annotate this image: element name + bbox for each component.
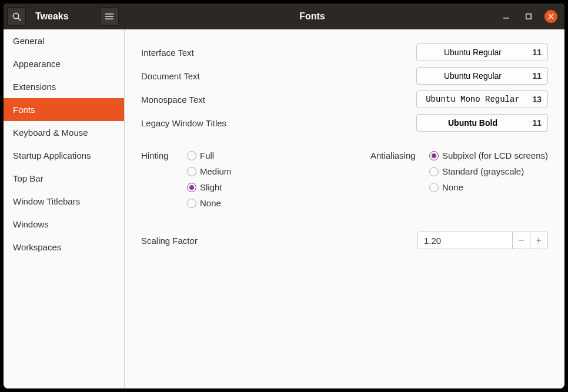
hamburger-menu-button[interactable] bbox=[100, 7, 119, 26]
sidebar-item-label: Workspaces bbox=[13, 242, 61, 252]
sidebar-item-startup-applications[interactable]: Startup Applications bbox=[4, 144, 124, 167]
scaling-label: Scaling Factor bbox=[141, 236, 417, 246]
antialiasing-option-standard-grayscale[interactable]: Standard (grayscale) bbox=[429, 166, 548, 176]
font-name: Ubuntu Mono Regular bbox=[423, 95, 523, 104]
radio-section: Hinting FullMediumSlightNone Antialiasin… bbox=[141, 150, 548, 208]
svg-point-0 bbox=[13, 13, 18, 18]
sidebar-item-label: General bbox=[13, 36, 44, 46]
radio-label: Full bbox=[200, 150, 214, 160]
radio-label: Standard (grayscale) bbox=[442, 166, 524, 176]
search-icon bbox=[12, 12, 21, 21]
maximize-button[interactable] bbox=[522, 10, 535, 23]
sidebar-item-general[interactable]: General bbox=[4, 29, 124, 52]
svg-rect-2 bbox=[105, 14, 113, 15]
font-row-document: Document Text Ubuntu Regular 11 bbox=[141, 67, 548, 85]
svg-rect-5 bbox=[503, 18, 509, 19]
tweaks-window: Tweaks Fonts GeneralAppearanceExtensions… bbox=[4, 4, 564, 388]
radio-dot-icon bbox=[432, 153, 436, 158]
sidebar-item-keyboard-mouse[interactable]: Keyboard & Mouse bbox=[4, 121, 124, 144]
radio-label: Slight bbox=[200, 182, 222, 192]
sidebar-item-label: Appearance bbox=[13, 59, 61, 69]
font-name: Ubuntu Regular bbox=[423, 71, 523, 81]
maximize-icon bbox=[526, 14, 532, 19]
radio-circle-icon bbox=[187, 199, 196, 208]
titlebar-left: Tweaks bbox=[4, 7, 125, 26]
font-row-monospace: Monospace Text Ubuntu Mono Regular 13 bbox=[141, 91, 548, 108]
font-label-document: Document Text bbox=[141, 71, 416, 81]
font-row-interface: Interface Text Ubuntu Regular 11 bbox=[141, 43, 548, 61]
close-icon bbox=[548, 14, 554, 19]
scaling-increase-button[interactable]: + bbox=[530, 232, 547, 249]
svg-rect-6 bbox=[526, 14, 532, 19]
svg-rect-3 bbox=[105, 16, 113, 17]
font-name: Ubuntu Bold bbox=[423, 118, 523, 128]
sidebar-item-extensions[interactable]: Extensions bbox=[4, 75, 124, 98]
hinting-option-full[interactable]: Full bbox=[187, 150, 231, 160]
font-button-monospace[interactable]: Ubuntu Mono Regular 13 bbox=[416, 91, 548, 108]
minimize-button[interactable] bbox=[500, 10, 513, 23]
antialiasing-option-subpixel-for-lcd-screens[interactable]: Subpixel (for LCD screens) bbox=[429, 150, 548, 160]
hinting-group: Hinting FullMediumSlightNone bbox=[141, 150, 231, 208]
svg-rect-4 bbox=[105, 18, 113, 19]
sidebar-item-top-bar[interactable]: Top Bar bbox=[4, 167, 124, 190]
font-label-monospace: Monospace Text bbox=[141, 95, 416, 105]
font-label-interface: Interface Text bbox=[141, 48, 416, 58]
hinting-options: FullMediumSlightNone bbox=[187, 150, 231, 208]
hinting-option-medium[interactable]: Medium bbox=[187, 166, 231, 176]
sidebar-item-label: Startup Applications bbox=[13, 150, 91, 160]
radio-circle-icon bbox=[187, 167, 196, 176]
scaling-input[interactable] bbox=[418, 232, 512, 249]
radio-circle-icon bbox=[187, 151, 196, 160]
hinting-option-none[interactable]: None bbox=[187, 198, 231, 208]
radio-label: None bbox=[442, 182, 463, 192]
hamburger-icon bbox=[105, 12, 113, 21]
sidebar-item-label: Window Titlebars bbox=[13, 196, 80, 206]
search-button[interactable] bbox=[7, 7, 26, 26]
close-button[interactable] bbox=[544, 10, 557, 23]
antialiasing-option-none[interactable]: None bbox=[429, 182, 548, 192]
sidebar-item-windows[interactable]: Windows bbox=[4, 213, 124, 236]
font-size: 11 bbox=[530, 118, 542, 128]
titlebar: Tweaks Fonts bbox=[4, 4, 564, 29]
sidebar: GeneralAppearanceExtensionsFontsKeyboard… bbox=[4, 29, 125, 388]
sidebar-item-window-titlebars[interactable]: Window Titlebars bbox=[4, 190, 124, 213]
font-button-interface[interactable]: Ubuntu Regular 11 bbox=[416, 43, 548, 61]
font-button-legacy[interactable]: Ubuntu Bold 11 bbox=[416, 114, 548, 132]
radio-circle-icon bbox=[429, 167, 439, 176]
radio-dot-icon bbox=[189, 185, 194, 190]
sidebar-item-label: Fonts bbox=[13, 105, 35, 115]
font-size: 13 bbox=[530, 95, 542, 104]
radio-label: Subpixel (for LCD screens) bbox=[442, 150, 548, 160]
font-row-legacy: Legacy Window Titles Ubuntu Bold 11 bbox=[141, 114, 548, 132]
sidebar-item-label: Keyboard & Mouse bbox=[13, 128, 88, 138]
antialiasing-group: Antialiasing Subpixel (for LCD screens)S… bbox=[370, 150, 548, 208]
font-size: 11 bbox=[530, 48, 542, 57]
radio-circle-icon bbox=[429, 151, 439, 160]
font-size: 11 bbox=[530, 71, 542, 81]
radio-label: None bbox=[200, 198, 221, 208]
radio-circle-icon bbox=[429, 183, 439, 192]
font-name: Ubuntu Regular bbox=[423, 48, 523, 57]
page-title: Fonts bbox=[125, 11, 500, 22]
radio-circle-icon bbox=[187, 183, 196, 192]
plus-icon: + bbox=[536, 235, 542, 246]
antialiasing-options: Subpixel (for LCD screens)Standard (gray… bbox=[429, 150, 548, 208]
font-button-document[interactable]: Ubuntu Regular 11 bbox=[416, 67, 548, 85]
svg-line-1 bbox=[18, 18, 20, 20]
sidebar-item-label: Windows bbox=[13, 219, 49, 229]
sidebar-item-label: Top Bar bbox=[13, 173, 44, 183]
content-panel: Interface Text Ubuntu Regular 11 Documen… bbox=[125, 29, 564, 388]
sidebar-item-workspaces[interactable]: Workspaces bbox=[4, 236, 124, 259]
minus-icon: − bbox=[519, 235, 524, 246]
hinting-label: Hinting bbox=[141, 150, 187, 208]
sidebar-item-appearance[interactable]: Appearance bbox=[4, 52, 124, 75]
scaling-decrease-button[interactable]: − bbox=[512, 232, 530, 249]
window-controls bbox=[500, 10, 564, 23]
scaling-row: Scaling Factor − + bbox=[141, 232, 548, 249]
font-label-legacy: Legacy Window Titles bbox=[141, 118, 416, 128]
sidebar-item-label: Extensions bbox=[13, 82, 56, 92]
sidebar-item-fonts[interactable]: Fonts bbox=[4, 98, 124, 121]
hinting-option-slight[interactable]: Slight bbox=[187, 182, 231, 192]
antialiasing-label: Antialiasing bbox=[370, 150, 429, 208]
app-title: Tweaks bbox=[35, 11, 100, 22]
